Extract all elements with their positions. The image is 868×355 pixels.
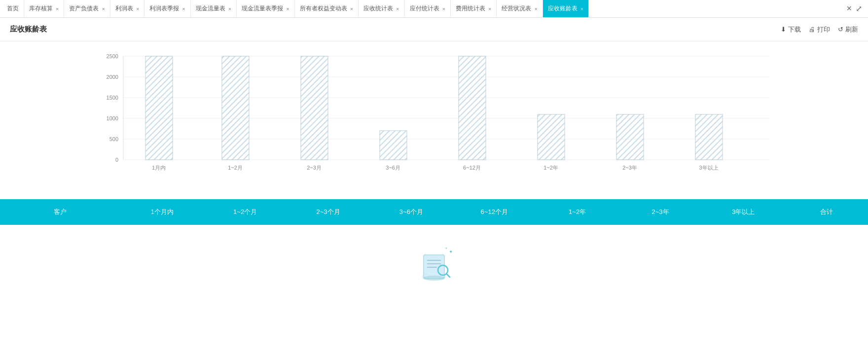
svg-text:6~12月: 6~12月	[463, 165, 481, 171]
tab-inventory[interactable]: 库存核算 ×	[24, 0, 64, 18]
tab-balance[interactable]: 资产负债表 ×	[64, 0, 110, 18]
svg-text:1500: 1500	[107, 95, 118, 101]
tab-profit-quarter[interactable]: 利润表季报 ×	[145, 0, 190, 18]
close-tab-cashflow[interactable]: ×	[228, 6, 231, 12]
download-button[interactable]: ⬇ 下载	[781, 25, 801, 34]
col-6-12m: 6~12个月	[453, 208, 536, 216]
tab-operation[interactable]: 经营状况表 ×	[497, 0, 542, 18]
tab-ar-aging[interactable]: 应收账龄表 ×	[543, 0, 589, 18]
svg-text:3~6月: 3~6月	[386, 165, 400, 171]
close-tab-profit-quarter[interactable]: ×	[182, 6, 185, 12]
svg-rect-16	[222, 56, 249, 160]
close-tab-profit[interactable]: ×	[136, 6, 139, 12]
print-button[interactable]: 🖨 打印	[809, 25, 830, 34]
tab-cashflow[interactable]: 现金流量表 ×	[191, 0, 237, 18]
close-tab-ar-aging[interactable]: ×	[580, 6, 583, 12]
svg-text:2~3月: 2~3月	[307, 165, 322, 171]
window-controls: × ⤢	[846, 3, 866, 14]
col-3-6m: 3~6个月	[370, 208, 453, 216]
col-2-3y: 2~3年	[619, 208, 702, 216]
tab-expense-stat[interactable]: 费用统计表 ×	[451, 0, 497, 18]
empty-state: ✦ ✦	[0, 225, 868, 294]
svg-text:3年以上: 3年以上	[699, 165, 718, 171]
svg-rect-22	[459, 56, 486, 160]
tab-home[interactable]: 首页	[2, 0, 24, 18]
close-tab-balance[interactable]: ×	[102, 6, 105, 12]
col-total: 合计	[785, 208, 868, 216]
svg-text:✦: ✦	[449, 249, 453, 254]
window-maximize-icon[interactable]: ⤢	[856, 4, 862, 13]
col-customer: 客户	[0, 208, 121, 216]
svg-text:2500: 2500	[107, 53, 118, 59]
svg-text:1000: 1000	[107, 115, 118, 121]
svg-text:2000: 2000	[107, 74, 118, 80]
svg-rect-20	[380, 131, 407, 160]
close-tab-ar-stat[interactable]: ×	[396, 6, 399, 12]
col-1-2y: 1~2年	[536, 208, 618, 216]
tab-profit[interactable]: 利润表 ×	[110, 0, 145, 18]
tab-ap-stat[interactable]: 应付统计表 ×	[405, 0, 451, 18]
main-content: 0 500 1000 1500 2000 2500 1月内	[0, 41, 868, 355]
header-actions: ⬇ 下载 🖨 打印 ↺ 刷新	[781, 25, 858, 34]
svg-rect-18	[301, 56, 328, 160]
svg-rect-26	[616, 114, 644, 160]
page-title: 应收账龄表	[10, 25, 47, 34]
svg-rect-14	[145, 56, 173, 160]
bar-chart: 0 500 1000 1500 2000 2500 1月内	[20, 51, 848, 189]
svg-rect-28	[695, 114, 723, 160]
tab-ar-stat[interactable]: 应收统计表 ×	[359, 0, 404, 18]
table-header: 客户 1个月内 1~2个月 2~3个月 3~6个月 6~12个月 1~2年 2~…	[0, 199, 868, 225]
print-icon: 🖨	[809, 26, 815, 33]
svg-text:✦: ✦	[445, 247, 448, 250]
svg-text:2~3年: 2~3年	[622, 165, 637, 171]
svg-text:1月内: 1月内	[152, 165, 166, 171]
close-tab-cashflow-quarter[interactable]: ×	[286, 6, 289, 12]
col-1m: 1个月内	[121, 208, 204, 216]
svg-text:500: 500	[109, 136, 118, 142]
tab-bar: 首页 库存核算 × 资产负债表 × 利润表 × 利润表季报 × 现金流量表 × …	[0, 0, 868, 18]
close-tab-ap-stat[interactable]: ×	[442, 6, 445, 12]
svg-rect-24	[538, 114, 565, 160]
chart-area: 0 500 1000 1500 2000 2500 1月内	[0, 41, 868, 199]
tab-equity[interactable]: 所有者权益变动表 ×	[295, 0, 359, 18]
svg-point-38	[423, 276, 445, 281]
tab-cashflow-quarter[interactable]: 现金流量表季报 ×	[237, 0, 294, 18]
empty-illustration: ✦ ✦	[409, 245, 459, 284]
col-1-2m: 1~2个月	[204, 208, 287, 216]
close-tab-expense-stat[interactable]: ×	[488, 6, 491, 12]
chart-container: 0 500 1000 1500 2000 2500 1月内	[20, 51, 848, 189]
page-header: 应收账龄表 ⬇ 下载 🖨 打印 ↺ 刷新	[0, 18, 868, 41]
col-2-3m: 2~3个月	[287, 208, 369, 216]
close-tab-inventory[interactable]: ×	[56, 6, 59, 12]
col-3y-plus: 3年以上	[702, 208, 785, 216]
refresh-button[interactable]: ↺ 刷新	[838, 25, 858, 34]
svg-text:0: 0	[115, 157, 118, 163]
download-icon: ⬇	[781, 26, 786, 33]
svg-text:1~2月: 1~2月	[228, 165, 243, 171]
svg-text:1~2年: 1~2年	[543, 165, 558, 171]
close-tab-equity[interactable]: ×	[350, 6, 353, 12]
refresh-icon: ↺	[838, 26, 843, 33]
close-tab-operation[interactable]: ×	[534, 6, 537, 12]
svg-line-37	[446, 274, 450, 277]
window-close-icon[interactable]: ×	[846, 3, 852, 14]
